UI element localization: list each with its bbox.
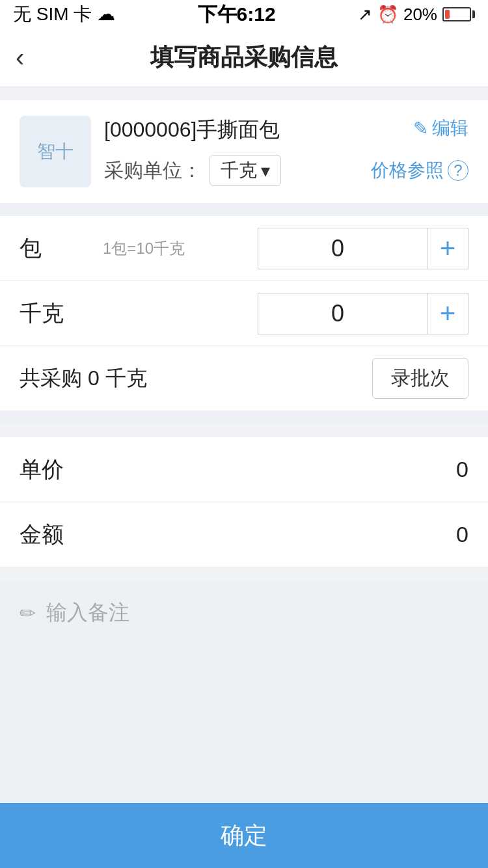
status-right: ↗ ⏰ 20% bbox=[358, 5, 475, 25]
price-ref-label: 价格参照 bbox=[371, 158, 444, 183]
alarm-icon: ⏰ bbox=[377, 5, 398, 25]
battery-label: 20% bbox=[403, 5, 437, 25]
amount-value: 0 bbox=[456, 522, 468, 547]
price-section: 单价 0 金额 0 bbox=[0, 437, 488, 567]
battery-icon bbox=[442, 7, 475, 21]
edit-icon: ✎ bbox=[413, 118, 428, 139]
product-unit-row: 采购单位： 千克 ▾ 价格参照 ? bbox=[104, 155, 468, 186]
unit-value: 千克 bbox=[221, 158, 257, 183]
input-section: 包 1包=10千克 + 千克 + 共采购 0 千克 bbox=[0, 216, 488, 411]
section-divider-1 bbox=[0, 203, 488, 216]
nav-bar: ‹ 填写商品采购信息 bbox=[0, 29, 488, 87]
price-ref-icon: ? bbox=[448, 160, 468, 181]
section-divider-2 bbox=[0, 411, 488, 424]
confirm-label: 确定 bbox=[221, 820, 267, 852]
back-button[interactable]: ‹ bbox=[16, 43, 24, 72]
bag-plus-button[interactable]: + bbox=[427, 228, 468, 269]
location-icon: ↗ bbox=[358, 5, 372, 25]
batch-label: 录批次 bbox=[391, 367, 450, 388]
unit-price-value: 0 bbox=[456, 457, 468, 482]
notes-placeholder: 输入备注 bbox=[46, 599, 129, 627]
bag-input-controls: + bbox=[258, 228, 468, 269]
product-name-row: [0000006]手撕面包 ✎ 编辑 bbox=[104, 116, 468, 144]
bag-plus-icon: + bbox=[440, 233, 456, 264]
summary-text: 共采购 0 千克 bbox=[20, 364, 147, 393]
kg-quantity-input[interactable] bbox=[258, 293, 427, 334]
bag-sublabel: 1包=10千克 bbox=[103, 238, 258, 259]
product-name-text: [0000006]手撕面包 bbox=[104, 116, 403, 144]
status-bar: 无 SIM 卡 ☁ 下午6:12 ↗ ⏰ 20% bbox=[0, 0, 488, 29]
confirm-button[interactable]: 确定 bbox=[0, 803, 488, 868]
product-info: [0000006]手撕面包 ✎ 编辑 采购单位： 千克 ▾ 价格参照 ? bbox=[104, 116, 468, 186]
unit-select[interactable]: 千克 ▾ bbox=[210, 155, 281, 186]
notes-section[interactable]: ✏ 输入备注 bbox=[0, 580, 488, 645]
edit-button[interactable]: ✎ 编辑 bbox=[413, 116, 468, 141]
kg-plus-button[interactable]: + bbox=[427, 293, 468, 334]
product-thumbnail: 智十 bbox=[20, 116, 91, 187]
product-card: 智十 [0000006]手撕面包 ✎ 编辑 采购单位： 千克 ▾ bbox=[0, 100, 488, 203]
kg-input-controls: + bbox=[258, 293, 468, 334]
kg-plus-icon: + bbox=[440, 298, 456, 329]
price-ref-button[interactable]: 价格参照 ? bbox=[371, 158, 468, 183]
bag-label: 包 bbox=[20, 234, 98, 264]
kg-label: 千克 bbox=[20, 299, 98, 329]
status-time: 下午6:12 bbox=[198, 1, 276, 28]
page-title: 填写商品采购信息 bbox=[150, 42, 338, 74]
unit-price-label: 单价 bbox=[20, 455, 64, 485]
edit-label: 编辑 bbox=[432, 116, 468, 141]
status-left: 无 SIM 卡 ☁ bbox=[13, 2, 115, 27]
unit-price-row: 单价 0 bbox=[0, 437, 488, 502]
amount-row: 金额 0 bbox=[0, 502, 488, 567]
amount-label: 金额 bbox=[20, 520, 64, 550]
bag-input-row: 包 1包=10千克 + bbox=[0, 216, 488, 281]
dropdown-icon: ▾ bbox=[261, 160, 270, 182]
sim-label: 无 SIM 卡 ☁ bbox=[13, 2, 115, 27]
product-thumb-text: 智十 bbox=[37, 139, 74, 164]
bag-quantity-input[interactable] bbox=[258, 228, 427, 269]
summary-row: 共采购 0 千克 录批次 bbox=[0, 346, 488, 411]
unit-label: 采购单位： bbox=[104, 157, 202, 184]
kg-input-row: 千克 + bbox=[0, 281, 488, 346]
notes-icon: ✏ bbox=[20, 602, 36, 625]
back-icon: ‹ bbox=[16, 43, 24, 72]
batch-button[interactable]: 录批次 bbox=[372, 358, 468, 399]
